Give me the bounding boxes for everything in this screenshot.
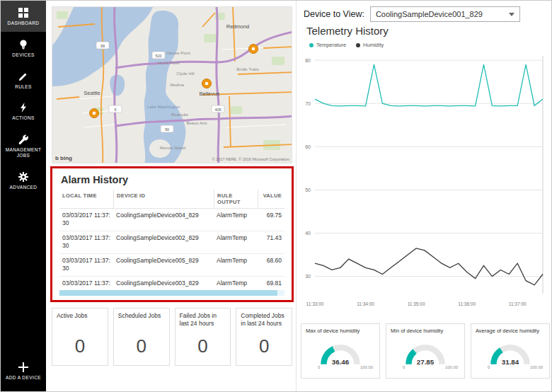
gauge: 0 31.84 100.00 xyxy=(476,335,545,371)
pencil-icon xyxy=(18,71,29,82)
device-id-cell: CoolingSampleDevice005_829 xyxy=(113,254,214,276)
sidebar-item-label: RULES xyxy=(15,84,32,90)
svg-text:Bridle Trails: Bridle Trails xyxy=(236,67,258,71)
alarm-history-title: Alarm History xyxy=(59,171,284,190)
svg-text:11:35:00: 11:35:00 xyxy=(408,301,425,306)
average-humidity-gauge: Average of device humidity 0 31.84 100.0… xyxy=(471,323,550,379)
svg-text:40: 40 xyxy=(305,231,311,236)
svg-text:Bellevue: Bellevue xyxy=(200,91,220,97)
svg-text:60: 60 xyxy=(305,144,311,149)
map[interactable]: 59952040590RedmondBridle TrailsYarrow Po… xyxy=(52,6,292,163)
device-select[interactable]: CoolingSampleDevice001_829 xyxy=(370,6,520,22)
svg-text:520: 520 xyxy=(155,54,161,58)
failed-jobs-card[interactable]: Failed Jobs in last 24 hours 0 xyxy=(175,308,231,366)
bing-logo: b bing xyxy=(55,155,72,161)
device-selector-label: Device to View: xyxy=(304,9,364,19)
add-device-label: ADD A DEVICE xyxy=(6,375,41,381)
device-select-value: CoolingSampleDevice001_829 xyxy=(376,10,483,18)
sidebar-item-label: ADVANCED xyxy=(10,185,38,190)
device-id-cell: CoolingSampleDevice002_829 xyxy=(113,231,214,253)
dashboard-icon xyxy=(18,7,29,18)
max-humidity-gauge: Max of device humidity 0 36.46 100.00 xyxy=(301,323,380,379)
table-row: 03/03/2017 11:37:30 CoolingSampleDevice0… xyxy=(59,254,284,277)
svg-text:Medina: Medina xyxy=(170,83,184,87)
column-header[interactable]: RULE OUTPUT xyxy=(214,190,258,208)
svg-text:Seattle: Seattle xyxy=(84,90,100,96)
telemetry-chart-area: 30405060708011:33:0011:34:0011:35:0011:3… xyxy=(298,47,550,321)
wrench-icon xyxy=(18,134,29,145)
value-cell: 69.81 xyxy=(258,277,284,289)
add-device-button[interactable]: ADD A DEVICE xyxy=(1,357,46,386)
svg-text:Clyde Hill: Clyde Hill xyxy=(176,71,194,76)
svg-text:Hunts Point: Hunts Point xyxy=(157,61,179,65)
svg-text:405: 405 xyxy=(214,108,221,112)
sidebar-item-label: DASHBOARD xyxy=(8,21,40,26)
column-header[interactable]: VALUE xyxy=(258,190,284,208)
rule-output-cell: AlarmTemp xyxy=(214,254,258,276)
local-time-cell: 03/03/2017 11:37:30 xyxy=(59,254,113,276)
panel-divider xyxy=(296,1,297,391)
sidebar-item-devices[interactable]: DEVICES xyxy=(1,34,46,63)
job-card-label: Completed Jobs in last 24 hours xyxy=(241,312,287,328)
lightbulb-icon xyxy=(18,39,29,50)
alarm-history-panel: Alarm History LOCAL TIME DEVICE ID RULE … xyxy=(50,166,294,302)
scheduled-jobs-card[interactable]: Scheduled Jobs 0 xyxy=(113,308,170,366)
sidebar-item-actions[interactable]: ACTIONS xyxy=(1,97,46,126)
gauge-value: 27.85 xyxy=(417,358,435,366)
device-selector-row: Device to View: CoolingSampleDevice001_8… xyxy=(304,6,520,22)
gauge-min-label: 0 xyxy=(403,365,406,369)
job-card-value: 0 xyxy=(57,335,103,357)
sidebar-item-dashboard[interactable]: DASHBOARD xyxy=(1,1,46,32)
map-canvas: 59952040590RedmondBridle TrailsYarrow Po… xyxy=(52,7,292,163)
column-header[interactable]: LOCAL TIME xyxy=(59,190,113,208)
sidebar-item-management-jobs[interactable]: MANAGEMENT JOBS xyxy=(1,129,46,164)
sidebar-item-label: MANAGEMENT JOBS xyxy=(2,147,45,159)
svg-text:11:37:00: 11:37:00 xyxy=(509,301,527,306)
table-row: 03/03/2017 11:37:30 CoolingSampleDevice0… xyxy=(59,231,284,254)
active-jobs-card[interactable]: Active Jobs 0 xyxy=(52,308,108,366)
job-card-label: Active Jobs xyxy=(57,312,103,320)
humidity-dot-icon xyxy=(356,43,360,47)
lightning-icon xyxy=(18,102,29,113)
rule-output-cell: AlarmTemp xyxy=(214,231,258,253)
dashboard-app: DASHBOARD DEVICES RULES ACTIONS MANAGEME… xyxy=(0,0,552,392)
gauge-title: Max of device humidity xyxy=(306,328,375,334)
sidebar-item-advanced[interactable]: ADVANCED xyxy=(1,166,46,195)
gauges-row: Max of device humidity 0 36.46 100.00 Mi… xyxy=(301,323,550,379)
temperature-dot-icon xyxy=(309,43,314,47)
svg-text:Roanoke: Roanoke xyxy=(171,113,189,117)
svg-text:90: 90 xyxy=(165,127,169,132)
job-card-label: Scheduled Jobs xyxy=(118,312,165,320)
table-row: 03/03/2017 11:37:30 CoolingSampleDevice0… xyxy=(59,209,284,231)
scrollbar-thumb[interactable] xyxy=(59,290,277,296)
sidebar-item-rules[interactable]: RULES xyxy=(1,66,46,95)
gauge-max-label: 100.00 xyxy=(445,365,459,369)
svg-text:Redmond: Redmond xyxy=(226,23,250,30)
local-time-cell: 03/03/2017 11:37:30 xyxy=(59,231,113,253)
completed-jobs-card[interactable]: Completed Jobs in last 24 hours 0 xyxy=(236,308,292,366)
telemetry-chart: 30405060708011:33:0011:34:0011:35:0011:3… xyxy=(298,47,550,318)
gauge-title: Average of device humidity xyxy=(476,328,545,334)
gauge-min-label: 0 xyxy=(318,365,321,369)
svg-text:70: 70 xyxy=(305,101,311,106)
sidebar-item-label: ACTIONS xyxy=(12,115,35,121)
table-row: 03/03/2017 11:37:29 CoolingSampleDevice0… xyxy=(59,277,284,289)
column-header[interactable]: DEVICE ID xyxy=(113,190,214,208)
job-card-value: 0 xyxy=(180,335,226,357)
svg-text:80: 80 xyxy=(305,58,311,63)
map-copyright: © 2017 HERE, © 2016 Microsoft Corporatio… xyxy=(212,157,289,161)
horizontal-scrollbar[interactable] xyxy=(59,290,284,296)
gear-icon xyxy=(18,171,29,183)
gauge-max-label: 100.00 xyxy=(360,365,374,369)
value-cell: 68.60 xyxy=(258,254,284,276)
job-card-value: 0 xyxy=(118,335,165,357)
device-id-cell: CoolingSampleDevice004_829 xyxy=(113,209,214,231)
job-card-value: 0 xyxy=(241,335,287,357)
gauge-max-label: 100.00 xyxy=(530,365,544,369)
svg-text:Lake Washington: Lake Washington xyxy=(147,105,180,109)
svg-text:11:36:00: 11:36:00 xyxy=(458,301,476,306)
sidebar: DASHBOARD DEVICES RULES ACTIONS MANAGEME… xyxy=(1,1,46,391)
svg-text:Yarrow Point: Yarrow Point xyxy=(166,51,190,55)
gauge: 0 27.85 100.00 xyxy=(391,335,460,371)
telemetry-history-title: Telemetry History xyxy=(306,25,389,37)
